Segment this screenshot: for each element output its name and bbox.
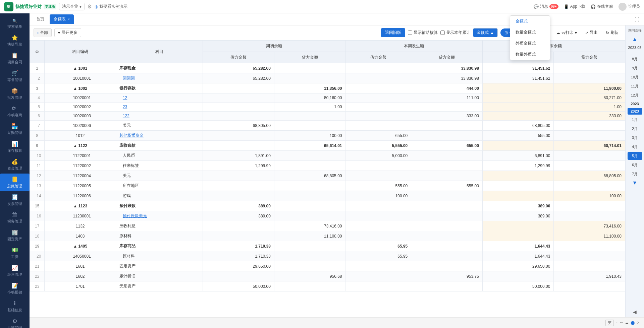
minimize-button[interactable]: —: [623, 16, 631, 23]
account-name-link[interactable]: 23: [123, 105, 127, 109]
closing-debit: 555.00: [482, 131, 554, 141]
sidebar-item-tax[interactable]: 🏛 税务管理: [0, 209, 30, 226]
show-auxiliary-checkbox[interactable]: 显示辅助核算: [408, 30, 438, 36]
period-2[interactable]: 2月: [628, 125, 642, 133]
period-6[interactable]: 6月: [628, 161, 642, 169]
period-debit: [345, 73, 411, 83]
account-name[interactable]: 12: [116, 93, 203, 103]
show-ytd-checkbox[interactable]: 显示本年累计: [440, 30, 470, 36]
basic-icon: ℹ: [14, 300, 16, 307]
sidebar-item-expense[interactable]: 📝 小畅报销: [0, 280, 30, 298]
period-4[interactable]: 4月: [628, 143, 642, 151]
right-panel: 期间选择 ▲ 2023.05 8月 9月 10月 11月 12月 2023 20…: [625, 25, 644, 317]
assets-icon: 🏢: [11, 229, 18, 236]
settings-col-header[interactable]: ⚙: [30, 41, 45, 63]
account-name-link[interactable]: 12: [123, 95, 127, 100]
period-next-btn[interactable]: ▼: [632, 179, 638, 187]
account-name-link[interactable]: 回回回: [123, 76, 135, 80]
sidebar-item-system[interactable]: ⚙ 系统管理: [0, 315, 30, 328]
format-option-qty-foreign[interactable]: 数量外币式: [510, 49, 550, 60]
account-name[interactable]: 预付账款美元: [116, 211, 203, 221]
period-5[interactable]: 5月: [628, 152, 642, 160]
format-option-foreign-amount[interactable]: 外币金额式: [510, 38, 550, 49]
download-button[interactable]: 📱 App下载: [564, 4, 585, 9]
purchase-icon: 🏪: [11, 123, 18, 129]
account-name[interactable]: 其他货币资金: [116, 131, 203, 141]
period-credit: 33,830.98: [411, 63, 483, 73]
dot-icon[interactable]: ⬤: [631, 321, 635, 325]
closing-debit: 1,299.99: [482, 161, 554, 171]
close-tab-icon[interactable]: ×: [68, 17, 70, 21]
closing-debit: 50,000.00: [482, 281, 554, 291]
period-prev-btn[interactable]: ▲: [632, 36, 638, 43]
salary-icon: 💵: [11, 247, 18, 253]
sidebar-item-funds[interactable]: 💰 资金管理: [0, 156, 30, 174]
sidebar-item-basic[interactable]: ℹ 基础信息: [0, 298, 30, 315]
period-9[interactable]: 9月: [628, 64, 642, 72]
table-row: 19 ▲ 1405 库存商品 1,710.38 65.95 1,644.43: [30, 241, 625, 251]
period-7[interactable]: 7月: [628, 170, 642, 178]
message-button[interactable]: 💬 消息 99+: [534, 4, 558, 9]
table-row: 23 1701 无形资产 50,000.00 50,000.00: [30, 281, 625, 291]
account-name: 美元: [116, 121, 203, 131]
period-year-2023[interactable]: 2023: [628, 108, 642, 115]
collapse-panel-btn[interactable]: ◀: [633, 309, 637, 315]
upload-icon[interactable]: ↑: [616, 321, 618, 325]
company-selector[interactable]: 演示企业 ▾: [59, 3, 85, 10]
support-button[interactable]: 🎧 在线客服: [591, 4, 613, 9]
sidebar-item-wholesale[interactable]: 📦 批发管理: [0, 85, 30, 103]
opening-debit: [203, 103, 274, 112]
settings-icon[interactable]: ⚙: [87, 3, 92, 10]
user-button[interactable]: 管理员: [619, 3, 640, 11]
period-12[interactable]: 12月: [628, 91, 642, 99]
sidebar-item-quicknav[interactable]: ⭐ 快捷导航: [0, 32, 30, 50]
edit-icon[interactable]: ✏: [620, 321, 623, 325]
account-name[interactable]: 122: [116, 112, 203, 121]
account-name[interactable]: 回回回: [116, 73, 203, 83]
sidebar-item-salary[interactable]: 💵 工资: [0, 244, 30, 262]
account-name-link[interactable]: 其他货币资金: [119, 133, 144, 138]
format-option-qty-amount[interactable]: 数量金额式: [510, 27, 550, 38]
tab-home[interactable]: 首页: [32, 14, 48, 24]
format-dropdown-button[interactable]: 金额式 ▲: [473, 28, 498, 37]
sidebar-item-ecommerce[interactable]: 🛍 小畅电商: [0, 103, 30, 120]
sidebar-item-retail[interactable]: 🛒 零售管理: [0, 67, 30, 85]
period-debit: 100.00: [345, 191, 411, 201]
period-3[interactable]: 3月: [628, 134, 642, 142]
maximize-button[interactable]: ⛶: [633, 16, 641, 23]
closing-credit: [554, 161, 625, 171]
dropdown-arrow: ▾: [79, 4, 82, 9]
period-1[interactable]: 1月: [628, 116, 642, 124]
sidebar-item-assets[interactable]: 🏢 固定资产: [0, 226, 30, 244]
sidebar-item-operations[interactable]: 📈 经营管理: [0, 262, 30, 280]
sidebar-item-invoice[interactable]: 🧾 发票管理: [0, 191, 30, 209]
account-name[interactable]: 23: [116, 103, 203, 112]
sidebar-item-project[interactable]: 📋 项目合同: [0, 50, 30, 67]
demo-link[interactable]: ◎ 我要看实例演示: [95, 4, 127, 9]
sidebar-item-inventory[interactable]: 📊 库存核算: [0, 138, 30, 156]
tab-balance[interactable]: 余额表 ×: [50, 14, 74, 24]
opening-credit: [274, 211, 345, 221]
period-10[interactable]: 10月: [628, 73, 642, 81]
period-8[interactable]: 8月: [628, 55, 642, 63]
closing-debit: [482, 103, 554, 112]
back-old-version-button[interactable]: 退回旧版: [381, 28, 405, 37]
opening-credit: 11,356.00: [274, 83, 345, 93]
period-2023-05-start[interactable]: 2023.05: [628, 44, 642, 51]
cloud-icon[interactable]: ☁: [625, 321, 629, 325]
lang-toggle[interactable]: 英: [605, 320, 614, 326]
cloud-print-button[interactable]: ☁ 云打印 ▾: [553, 28, 580, 37]
export-button[interactable]: ↗ 导出: [582, 28, 600, 37]
account-name-link[interactable]: 预付账款美元: [123, 213, 147, 218]
opening-debit: 65,282.60: [203, 63, 274, 73]
sidebar-item-ledger[interactable]: 📒 总账管理: [0, 174, 30, 191]
refresh-button[interactable]: ↻ 刷新: [603, 28, 621, 37]
sidebar-search[interactable]: 🔍 搜索菜单: [0, 16, 30, 32]
help-icon[interactable]: ?: [637, 321, 639, 325]
expense-icon: 📝: [11, 282, 18, 289]
closing-debit: [482, 221, 554, 231]
sidebar-item-purchase[interactable]: 🏪 采购管理: [0, 120, 30, 138]
account-name-link[interactable]: 122: [123, 114, 129, 118]
expand-more-button[interactable]: ▾ 展开更多: [54, 28, 81, 37]
period-11[interactable]: 11月: [628, 82, 642, 90]
